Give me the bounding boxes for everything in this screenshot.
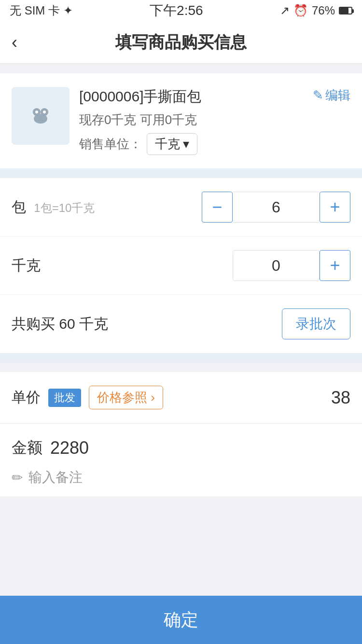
kg-plus-button[interactable]: +: [320, 250, 350, 281]
battery-label: 76%: [312, 4, 335, 17]
amount-row: 金额 2280: [12, 437, 350, 459]
pencil-icon: ✏: [12, 470, 23, 486]
quantity-section: 包 1包=10千克 − + 千克 +: [0, 178, 362, 295]
back-button[interactable]: ‹: [12, 32, 17, 53]
kg-row: 千克 +: [0, 237, 362, 295]
page-title: 填写商品购买信息: [115, 31, 247, 54]
product-card: [0000006]手撕面包 现存0千克 可用0千克 销售单位： 千克 ▾ ✎ 编…: [0, 73, 362, 168]
status-left: 无 SIM 卡 ✦: [10, 3, 73, 18]
kg-quantity-input[interactable]: [233, 250, 320, 281]
kg-label: 千克: [12, 256, 233, 276]
product-logo-icon: [26, 101, 55, 130]
amount-value: 2280: [50, 438, 89, 458]
product-info: [0000006]手撕面包 现存0千克 可用0千克 销售单位： 千克 ▾: [79, 87, 350, 155]
product-name: [0000006]手撕面包: [79, 87, 350, 107]
pack-quantity-control: − +: [202, 192, 350, 223]
product-unit-row: 销售单位： 千克 ▾: [79, 133, 350, 155]
svg-point-2: [34, 114, 47, 124]
remark-placeholder: 输入备注: [28, 468, 83, 487]
unit-select[interactable]: 千克 ▾: [147, 133, 197, 155]
nav-bar: ‹ 填写商品购买信息: [0, 21, 362, 64]
sim-label: 无 SIM 卡 ✦: [10, 3, 73, 18]
edit-icon: ✎: [313, 88, 323, 103]
status-right: ↗ ⏰ 76%: [280, 4, 352, 17]
pack-row: 包 1包=10千克 − +: [0, 178, 362, 237]
divider-1: [0, 168, 362, 178]
total-row: 共购买 60 千克 录批次: [0, 295, 362, 353]
svg-point-4: [43, 111, 46, 113]
product-image: [12, 87, 70, 145]
pack-quantity-input[interactable]: [233, 192, 320, 223]
total-text: 共购买 60 千克: [12, 314, 108, 334]
price-value: 38: [331, 388, 350, 408]
edit-button[interactable]: ✎ 编辑: [313, 87, 350, 104]
alarm-icon: ⏰: [293, 4, 308, 17]
price-section: 单价 批发 价格参照 › 38: [0, 372, 362, 423]
price-type-badge: 批发: [48, 389, 81, 407]
price-label: 单价: [12, 388, 41, 407]
status-time: 下午2:56: [150, 1, 203, 20]
pack-minus-button[interactable]: −: [202, 192, 233, 223]
svg-point-3: [35, 111, 38, 113]
location-icon: ↗: [280, 4, 290, 17]
chevron-down-icon: ▾: [183, 137, 189, 152]
batch-button[interactable]: 录批次: [282, 308, 350, 339]
divider-2: [0, 353, 362, 363]
amount-label: 金额: [12, 437, 42, 459]
product-stock: 现存0千克 可用0千克: [79, 112, 350, 128]
unit-value: 千克: [155, 136, 180, 153]
edit-label: 编辑: [325, 87, 350, 104]
battery-icon: [339, 7, 352, 14]
price-reference-button[interactable]: 价格参照 ›: [89, 386, 163, 409]
amount-section: 金额 2280 ✏ 输入备注: [0, 424, 362, 496]
pack-hint: 1包=10千克: [34, 201, 95, 214]
remark-row[interactable]: ✏ 输入备注: [12, 468, 350, 487]
pack-label: 包 1包=10千克: [12, 197, 202, 217]
kg-quantity-control: +: [233, 250, 350, 281]
unit-label: 销售单位：: [79, 136, 142, 153]
confirm-button[interactable]: 确定: [0, 596, 362, 644]
pack-plus-button[interactable]: +: [320, 192, 350, 223]
status-bar: 无 SIM 卡 ✦ 下午2:56 ↗ ⏰ 76%: [0, 0, 362, 21]
